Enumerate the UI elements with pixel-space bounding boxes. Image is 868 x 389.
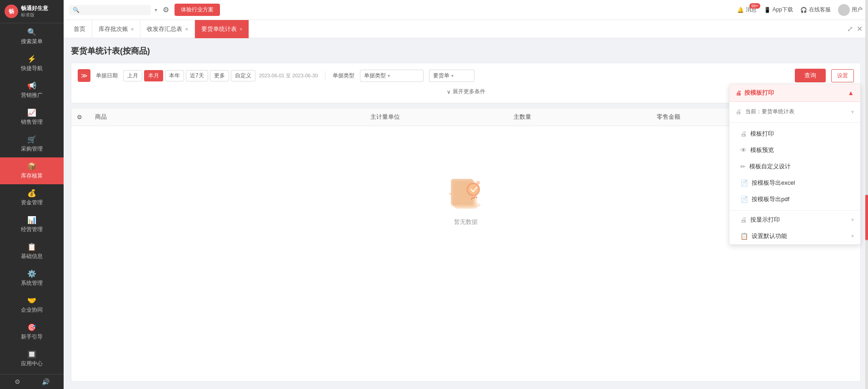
trial-button[interactable]: 体验行业方案 [175,4,220,16]
appstore-icon: 🔲 [27,350,36,359]
topbar-search-input[interactable] [81,7,140,13]
right-scrollbar[interactable] [865,0,868,389]
filter-expand-btn[interactable]: ≫ [78,69,90,82]
user-avatar[interactable]: 用户 [838,4,863,16]
dropdown-template-design[interactable]: ✏ 模板自定义设计 [729,158,860,175]
notifications-badge: 99+ [749,3,760,9]
sales-icon: 📈 [27,108,36,117]
tab-home[interactable]: 首页 [67,20,92,38]
sidebar-item-finance[interactable]: 💰 资金管理 [0,184,64,211]
settings-button[interactable]: 设置 [831,69,854,82]
sidebar-label-corp: 企业协同 [21,306,43,314]
expand-more-btn[interactable]: ∨ 展开更多条件 [441,86,491,97]
doc-type-chevron: ▾ [388,73,390,78]
sidebar-item-operation[interactable]: 📊 经营管理 [0,211,64,238]
dropdown-collapse-icon[interactable]: ▲ [848,89,854,96]
sidebar-item-purchase[interactable]: 🛒 采购管理 [0,131,64,157]
template-print-icon: 🖨 [740,130,747,137]
tab-collection-close[interactable]: × [185,26,188,32]
date-btn-custom[interactable]: 自定义 [231,70,255,81]
query-button[interactable]: 查询 [795,69,826,82]
main-area: 🔍 ▾ ⚙ 体验行业方案 🔔 消息 99+ 📱 App下载 🎧 在线客服 用户 [64,0,868,389]
divider-2 [729,210,860,211]
dropdown-current-section: 🖨 当前：要货单统计表 ▾ [729,102,860,121]
dropdown-current-item[interactable]: 🖨 当前：要货单统计表 ▾ [729,104,860,120]
sidebar-label-finance: 资金管理 [21,199,43,207]
sidebar-label-marketing: 营销推广 [21,91,43,99]
app-logo-text: 畅通好生意 标准版 [21,5,48,18]
sidebar-item-appstore[interactable]: 🔲 应用中心 [0,345,64,372]
sidebar-label-operation: 经营管理 [21,226,43,233]
display-print-label: 按显示打印 [750,216,780,224]
marketing-icon: 📢 [27,81,36,90]
tab-batch-close[interactable]: × [131,26,134,32]
search-icon: 🔍 [27,28,36,36]
tab-order-stat-close[interactable]: × [239,26,242,32]
svg-point-6 [476,181,480,184]
chevron-down-icon: ∨ [447,89,451,95]
sidebar-settings-btn[interactable]: ⚙ [15,378,20,385]
sidebar: 畅 畅通好生意 标准版 🔍 搜索菜单 ⚡ 快捷导航 📢 营销推广 📈 销售管理 … [0,0,64,389]
bell-icon: 🔔 [737,7,744,13]
sidebar-sound-btn[interactable]: 🔊 [42,378,50,385]
dropdown-default-func[interactable]: 📋 设置默认功能 ▾ [729,228,860,244]
tab-collection[interactable]: 收发存汇总表 × [140,20,195,38]
sidebar-item-corp[interactable]: 🤝 企业协同 [0,292,64,318]
sidebar-item-basic[interactable]: 📋 基础信息 [0,238,64,265]
print-header-label: 按模板打印 [744,89,774,97]
sidebar-label-search: 搜索菜单 [21,38,43,45]
tab-order-stat[interactable]: 要货单统计表 × [195,20,249,38]
sidebar-label-appstore: 应用中心 [21,360,43,368]
topbar-search-box[interactable]: 🔍 [69,5,151,15]
order-type-value: 要货单 [433,72,449,80]
sidebar-item-quick[interactable]: ⚡ 快捷导航 [0,50,64,77]
sidebar-scroll: 🔍 搜索菜单 ⚡ 快捷导航 📢 营销推广 📈 销售管理 🛒 采购管理 📦 库存核… [0,23,64,374]
date-options: 上月 本月 本年 近7天 更多 自定义 2023-06-01 至 2023-06… [123,70,318,81]
date-filter-label: 单据日期 [96,72,118,80]
quick-icon: ⚡ [27,55,36,63]
sidebar-item-newbie[interactable]: 🎯 新手引导 [0,318,64,345]
topbar-gear-icon[interactable]: ⚙ [163,5,169,14]
date-btn-week7[interactable]: 近7天 [186,70,208,81]
tabs-maximize-icon[interactable]: ⤢ [847,25,853,33]
right-scrollbar-thumb [865,195,868,240]
sidebar-label-inventory: 库存核算 [21,172,43,180]
tab-collection-label: 收发存汇总表 [147,25,182,33]
order-type-select[interactable]: 要货单 ▾ [429,70,474,82]
dropdown-template-pdf[interactable]: 📄 按模板导出pdf [729,191,860,207]
dropdown-template-excel[interactable]: 📄 按模板导出excel [729,175,860,191]
doc-type-select[interactable]: 单据类型 ▾ [360,70,424,82]
customer-service-btn[interactable]: 🎧 在线客服 [800,6,831,14]
sidebar-item-inventory[interactable]: 📦 库存核算 [0,157,64,184]
page-title: 要货单统计表(按商品) [71,45,861,56]
sidebar-item-search[interactable]: 🔍 搜索菜单 [0,23,64,50]
dropdown-template-preview[interactable]: 👁 模板预览 [729,142,860,158]
download-icon: 📱 [764,7,771,13]
tab-order-stat-label: 要货单统计表 [201,25,237,33]
th-product: 商品 [90,108,365,126]
dropdown-template-print[interactable]: 🖨 模板打印 [729,126,860,142]
sidebar-label-system: 系统管理 [21,279,43,287]
notifications-btn[interactable]: 🔔 消息 99+ [737,6,757,14]
app-download-btn[interactable]: 📱 App下载 [764,6,793,14]
dropdown-display-print[interactable]: 🖨 按显示打印 ▾ [729,212,860,228]
sidebar-item-marketing[interactable]: 📢 营销推广 [0,77,64,104]
topbar-dropdown-chevron[interactable]: ▾ [155,7,157,13]
date-btn-more[interactable]: 更多 [210,70,229,81]
svg-point-5 [468,184,479,195]
date-btn-prev[interactable]: 上月 [123,70,142,81]
tab-batch[interactable]: 库存批次账 × [92,20,140,38]
template-design-label: 模板自定义设计 [749,162,791,171]
system-icon: ⚙️ [27,269,36,278]
expand-more-label: 展开更多条件 [453,88,485,96]
date-btn-year[interactable]: 本年 [165,70,184,81]
template-pdf-icon: 📄 [740,196,748,203]
sidebar-item-system[interactable]: ⚙️ 系统管理 [0,265,64,292]
th-settings[interactable]: ⚙ [71,109,90,125]
date-btn-current[interactable]: 本月 [144,70,163,81]
template-excel-label: 按模板导出excel [752,179,795,187]
sidebar-label-newbie: 新手引导 [21,333,43,341]
sidebar-item-sales[interactable]: 📈 销售管理 [0,104,64,131]
tabs-close-all-icon[interactable]: ✕ [857,25,863,33]
order-type-chevron: ▾ [451,73,454,78]
